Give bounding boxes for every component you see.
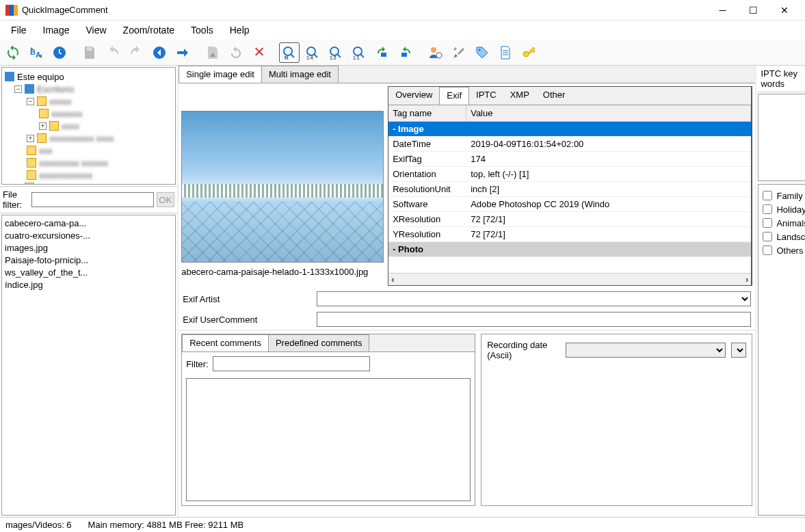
meta-name: DateTime — [388, 137, 466, 151]
tree-item[interactable]: xxxxxxxxxxxx — [39, 170, 92, 181]
recording-date-extra-select[interactable] — [731, 343, 746, 358]
tab-single-edit[interactable]: Single image edit — [179, 66, 262, 83]
menubar: File Image View Zoom/rotate Tools Help — [0, 21, 805, 40]
keyword-label[interactable]: Holiday — [776, 204, 805, 215]
rotate-icon[interactable] — [226, 42, 246, 63]
scroll-left-icon[interactable]: ‹ — [391, 274, 394, 284]
file-filter-ok-button[interactable]: OK — [157, 192, 174, 207]
titlebar: QuickImageComment ─ ☐ ✕ — [0, 0, 805, 21]
save-icon[interactable] — [79, 42, 100, 63]
tab-other[interactable]: Other — [536, 87, 572, 105]
tab-overview[interactable]: Overview — [388, 87, 439, 105]
keyword-checkbox[interactable] — [763, 218, 772, 228]
tab-xmp[interactable]: XMP — [503, 87, 536, 105]
iptc-keywords-box[interactable] — [758, 94, 805, 181]
horizontal-scrollbar[interactable]: ‹› — [388, 273, 751, 285]
key-icon[interactable] — [518, 42, 539, 63]
meta-name: Orientation — [388, 167, 466, 181]
menu-view[interactable]: View — [77, 22, 114, 38]
menu-help[interactable]: Help — [222, 22, 258, 38]
tree-item[interactable]: xxxx — [62, 121, 79, 131]
tag-icon[interactable] — [472, 42, 492, 63]
keyword-checkbox[interactable] — [763, 232, 772, 241]
tree-item[interactable]: xxxxxxx — [51, 109, 83, 119]
keyword-checkbox[interactable] — [763, 191, 772, 200]
image-preview[interactable] — [181, 111, 384, 263]
tree-item[interactable]: xxxxxxxxx xxxxxx — [39, 158, 108, 168]
keyword-label[interactable]: Animals — [776, 218, 805, 228]
col-tagname[interactable]: Tag name — [388, 105, 466, 121]
tree-item[interactable]: xxxxxxxxxx xxxx — [49, 133, 114, 144]
tab-predefined-comments[interactable]: Predefined comments — [269, 334, 369, 351]
exif-usercomment-input[interactable] — [317, 312, 751, 327]
tab-recent-comments[interactable]: Recent comments — [182, 334, 269, 351]
metadata-tabs: Overview Exif IPTC XMP Other — [388, 87, 751, 105]
keyword-checkbox[interactable] — [763, 245, 772, 255]
svg-text:A: A — [36, 51, 41, 59]
file-item[interactable]: ws_valley_of_the_t... — [5, 267, 172, 280]
metadata-table[interactable]: Tag name Value - Image DateTime2019-04-0… — [388, 105, 751, 273]
keyword-label[interactable]: Landscape — [776, 232, 805, 242]
keyword-checkbox[interactable] — [763, 204, 772, 214]
meta-name: XResolution — [388, 212, 466, 226]
col-value[interactable]: Value — [466, 105, 751, 121]
section-image: - Image — [388, 122, 466, 136]
scroll-right-icon[interactable]: › — [745, 274, 748, 284]
file-list[interactable]: cabecero-cama-pa... cuatro-excursiones-.… — [1, 215, 176, 516]
minimize-button[interactable]: ─ — [707, 1, 738, 20]
exif-artist-select[interactable] — [317, 291, 751, 306]
tab-iptc[interactable]: IPTC — [469, 87, 503, 105]
tab-multi-edit[interactable]: Multi image edit — [262, 66, 339, 83]
export-icon[interactable] — [202, 42, 223, 63]
menu-file[interactable]: File — [3, 22, 35, 38]
rotate-left-icon[interactable] — [372, 42, 393, 63]
rotate-right-icon[interactable] — [395, 42, 416, 63]
file-item[interactable]: cuatro-excursiones-... — [5, 230, 172, 243]
forward-icon[interactable] — [172, 42, 193, 63]
file-filter-input[interactable] — [31, 192, 154, 207]
tree-root[interactable]: Este equipo — [17, 72, 64, 82]
zoom-fit-icon[interactable]: fit — [279, 42, 300, 63]
undo-icon[interactable] — [103, 42, 123, 63]
tools-icon[interactable] — [449, 42, 469, 63]
redo-icon[interactable] — [126, 42, 146, 63]
expand-icon[interactable]: + — [14, 184, 22, 185]
tree-item[interactable]: xxx — [39, 146, 53, 156]
keyword-label[interactable]: Family — [776, 191, 802, 201]
folder-icon — [39, 109, 49, 118]
ab-convert-icon[interactable]: BA — [26, 42, 47, 63]
tree-imagenes[interactable]: Imágenes — [37, 183, 76, 185]
user-settings-icon[interactable] — [425, 42, 446, 63]
refresh-icon[interactable] — [3, 42, 23, 63]
file-item[interactable]: cabecero-cama-pa... — [5, 218, 172, 230]
zoom-1-4-icon[interactable]: 1:4 — [302, 42, 323, 63]
clock-icon[interactable] — [49, 42, 70, 63]
file-item[interactable]: images.jpg — [5, 243, 172, 255]
tree-item[interactable]: Escritorio — [37, 84, 74, 94]
tree-item[interactable]: xxxxx — [49, 96, 72, 107]
recording-date-select[interactable] — [566, 343, 726, 358]
folder-icon — [49, 121, 59, 131]
file-filter-row: File filter: OK — [0, 186, 177, 213]
tab-exif[interactable]: Exif — [439, 87, 469, 105]
expand-icon[interactable]: − — [27, 98, 34, 105]
expand-icon[interactable]: + — [39, 122, 47, 130]
zoom-1-1-icon[interactable]: 1:1 — [349, 42, 369, 63]
keyword-label[interactable]: Others — [776, 245, 803, 256]
document-icon[interactable] — [495, 42, 516, 63]
maximize-button[interactable]: ☐ — [738, 1, 769, 20]
menu-image[interactable]: Image — [35, 22, 78, 38]
expand-icon[interactable]: + — [27, 135, 34, 142]
delete-icon[interactable] — [249, 42, 269, 63]
back-icon[interactable] — [149, 42, 170, 63]
zoom-1-2-icon[interactable]: 1:2 — [326, 42, 346, 63]
menu-zoom-rotate[interactable]: Zoom/rotate — [115, 22, 183, 38]
comment-filter-input[interactable] — [213, 356, 370, 371]
comment-list[interactable] — [186, 378, 471, 501]
expand-icon[interactable]: − — [14, 85, 22, 93]
menu-tools[interactable]: Tools — [183, 22, 222, 38]
close-button[interactable]: ✕ — [769, 1, 800, 20]
file-item[interactable]: índice.jpg — [5, 280, 172, 292]
file-item[interactable]: Paisaje-foto-prnicip... — [5, 255, 172, 267]
folder-tree[interactable]: Este equipo −Escritorio −xxxxx xxxxxxx +… — [1, 67, 176, 185]
